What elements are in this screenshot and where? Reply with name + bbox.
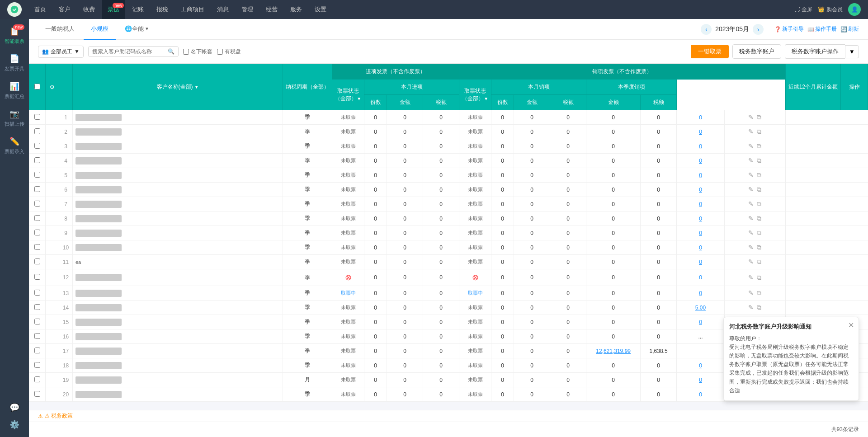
copy-icon[interactable]: ⧉ <box>757 244 761 251</box>
row-checkbox[interactable] <box>34 333 40 339</box>
nav-fee[interactable]: 收费 <box>78 0 100 19</box>
row-checkbox-cell[interactable] <box>29 211 46 226</box>
tab-all[interactable]: 🌐 全能 ▼ <box>118 19 156 40</box>
copy-icon[interactable]: ⧉ <box>757 113 761 121</box>
copy-icon[interactable]: ⧉ <box>757 229 761 236</box>
policy-bar[interactable]: ⚠ ⚠ 税务政策 <box>29 410 868 422</box>
edit-icon[interactable]: ✎ <box>748 258 754 265</box>
row-checkbox[interactable] <box>34 391 40 397</box>
period-prev-btn[interactable]: ‹ <box>701 24 712 35</box>
copy-icon[interactable]: ⧉ <box>757 215 761 222</box>
copy-icon[interactable]: ⧉ <box>757 258 761 265</box>
sidebar-item-entry[interactable]: ✏️ 票据录入 <box>2 133 27 159</box>
row-checkbox[interactable] <box>34 348 40 353</box>
user-avatar[interactable]: 👤 <box>848 3 861 16</box>
row-checkbox-cell[interactable] <box>29 139 46 154</box>
copy-icon[interactable]: ⧉ <box>757 304 761 311</box>
copy-icon[interactable]: ⧉ <box>757 128 761 135</box>
row-checkbox-cell[interactable] <box>29 168 46 183</box>
subordinate-checkbox-label[interactable]: 名下帐套 <box>183 48 212 56</box>
row-checkbox[interactable] <box>34 274 40 280</box>
row-checkbox[interactable] <box>34 258 40 264</box>
select-all-checkbox[interactable] <box>34 84 40 89</box>
cumulative-link[interactable]: 0 <box>699 230 702 236</box>
row-checkbox[interactable] <box>34 186 40 192</box>
row-checkbox-cell[interactable] <box>29 197 46 211</box>
row-checkbox[interactable] <box>34 244 40 250</box>
cumulative-link[interactable]: 0 <box>699 244 702 251</box>
copy-icon[interactable]: ⧉ <box>757 157 761 164</box>
edit-icon[interactable]: ✎ <box>748 244 754 251</box>
cumulative-link[interactable]: 0 <box>699 362 702 369</box>
sidebar-item-messages[interactable]: 💬 <box>2 399 27 416</box>
sidebar-item-summary[interactable]: 📊 票据汇总 <box>2 78 27 103</box>
one-click-ticket-btn[interactable]: 一键取票 <box>691 45 729 58</box>
refresh-btn[interactable]: 🔄 刷新 <box>840 25 859 33</box>
cumulative-link[interactable]: 0 <box>699 377 702 383</box>
row-checkbox-cell[interactable] <box>29 125 46 139</box>
employee-selector[interactable]: 👥 全部员工 ▼ <box>38 46 84 58</box>
sidebar-item-config[interactable]: ⚙️ <box>2 416 27 433</box>
tax-disk-checkbox[interactable] <box>217 49 223 55</box>
row-checkbox-cell[interactable] <box>29 286 46 301</box>
edit-icon[interactable]: ✎ <box>748 304 754 311</box>
fullscreen-btn[interactable]: ⛶ 全屏 <box>794 6 812 14</box>
sidebar-item-scan[interactable]: 📷 扫描上传 <box>2 105 27 131</box>
row-checkbox[interactable] <box>34 215 40 221</box>
row-checkbox[interactable] <box>34 362 40 368</box>
edit-icon[interactable]: ✎ <box>748 229 754 236</box>
sidebar-item-invoice-open[interactable]: 📄 发票开具 <box>2 50 27 76</box>
row-checkbox[interactable] <box>34 376 40 382</box>
member-btn[interactable]: 👑 购会员 <box>818 6 843 14</box>
nav-manage[interactable]: 管理 <box>236 0 259 19</box>
cumulative-link[interactable]: 0 <box>699 158 702 164</box>
row-checkbox[interactable] <box>34 114 40 120</box>
tab-general-taxpayer[interactable]: 一般纳税人 <box>38 19 82 40</box>
new-guide-btn[interactable]: ❓ 新手引导 <box>774 25 804 33</box>
search-box[interactable]: 🔍 <box>88 46 179 57</box>
row-checkbox-cell[interactable] <box>29 154 46 168</box>
cumulative-link[interactable]: 0 <box>699 319 702 325</box>
row-checkbox-cell[interactable] <box>29 269 46 286</box>
row-checkbox[interactable] <box>34 230 40 235</box>
deduct-amount-link[interactable]: 12,621,319.99 <box>596 348 631 354</box>
edit-icon[interactable]: ✎ <box>748 142 754 150</box>
edit-icon[interactable]: ✎ <box>748 128 754 135</box>
edit-icon[interactable]: ✎ <box>748 171 754 179</box>
cumulative-link[interactable]: 5.00 <box>695 305 706 311</box>
copy-icon[interactable]: ⧉ <box>757 200 761 207</box>
copy-icon[interactable]: ⧉ <box>757 171 761 179</box>
cumulative-link[interactable]: 0 <box>699 259 702 265</box>
nav-message[interactable]: 消息 <box>212 0 234 19</box>
subordinate-checkbox[interactable] <box>183 49 189 55</box>
edit-icon[interactable]: ✎ <box>748 200 754 207</box>
cumulative-link[interactable]: 0 <box>699 391 702 398</box>
cumulative-link[interactable]: 0 <box>699 172 702 179</box>
cumulative-link[interactable]: 0 <box>699 114 702 121</box>
tab-small-scale[interactable]: 小规模 <box>84 19 116 40</box>
row-checkbox[interactable] <box>34 128 40 134</box>
row-checkbox[interactable] <box>34 290 40 296</box>
nav-business[interactable]: 工商项目 <box>175 0 210 19</box>
nav-settings[interactable]: 设置 <box>309 0 332 19</box>
row-checkbox[interactable] <box>34 201 40 207</box>
nav-service[interactable]: 服务 <box>285 0 307 19</box>
notification-close-btn[interactable]: ✕ <box>848 321 854 329</box>
cumulative-link[interactable]: 0 <box>699 187 702 193</box>
edit-icon[interactable]: ✎ <box>748 274 754 281</box>
row-checkbox[interactable] <box>34 157 40 163</box>
nav-home[interactable]: 首页 <box>29 0 52 19</box>
row-checkbox[interactable] <box>34 319 40 324</box>
row-checkbox[interactable] <box>34 304 40 310</box>
row-checkbox-cell[interactable] <box>29 315 46 329</box>
cumulative-link[interactable]: 0 <box>699 129 702 135</box>
row-checkbox-cell[interactable] <box>29 373 46 387</box>
search-input[interactable] <box>92 48 166 55</box>
manual-btn[interactable]: 📖 操作手册 <box>807 25 837 33</box>
row-checkbox-cell[interactable] <box>29 110 46 125</box>
cumulative-link[interactable]: 0 <box>699 290 702 296</box>
nav-ticket[interactable]: 票据 new <box>102 0 125 19</box>
row-checkbox-cell[interactable] <box>29 329 46 344</box>
nav-accounting[interactable]: 记账 <box>127 0 149 19</box>
copy-icon[interactable]: ⧉ <box>757 142 761 150</box>
